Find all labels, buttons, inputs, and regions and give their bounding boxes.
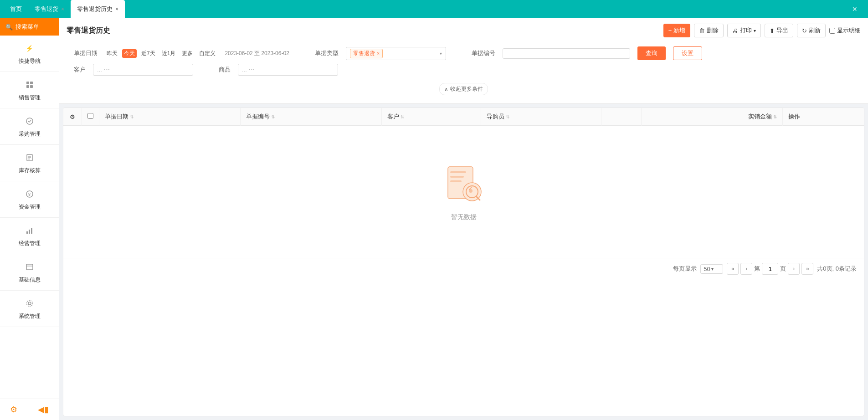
th-customer[interactable]: 客户 ⇅ [381, 108, 481, 126]
doc-number-input[interactable] [503, 48, 630, 59]
date-range: 2023-06-02 至 2023-06-02 [225, 50, 289, 57]
goods-label: 商品 [219, 66, 231, 74]
table-container: ⚙ 单据日期 ⇅ 单据编号 [63, 108, 864, 416]
date-opt-yesterday[interactable]: 昨天 [105, 49, 119, 58]
export-button[interactable]: ⬆ 导出 [765, 24, 793, 37]
date-options: 昨天 今天 近7天 近1月 更多 自定义 [105, 49, 217, 58]
sales-mgmt-icon [23, 78, 36, 91]
per-page-label: 每页显示 [673, 265, 697, 273]
th-actual-amount[interactable]: 实销金额 ⇅ [642, 108, 783, 126]
filter-area: 单据日期 昨天 今天 近7天 近1月 更多 自定义 2023-06-02 至 2… [67, 42, 861, 103]
goods-ellipsis[interactable]: ··· [249, 66, 255, 74]
collapse-icon: ∧ [444, 86, 448, 92]
goods-input-container[interactable]: ... ··· [238, 64, 338, 76]
sidebar-item-operations-mgmt[interactable]: 经营管理 [0, 218, 59, 254]
page-size-dropdown-icon: ▾ [711, 266, 714, 271]
page-number-input[interactable] [762, 263, 778, 275]
th-guide[interactable]: 导购员 ⇅ [481, 108, 601, 126]
tab-retail-return-history-close[interactable]: × [115, 6, 118, 12]
doc-type-dropdown-icon: ▾ [440, 51, 442, 56]
table-header: ⚙ 单据日期 ⇅ 单据编号 [63, 108, 864, 126]
last-page-button[interactable]: » [801, 263, 813, 275]
next-page-button[interactable]: › [788, 263, 800, 275]
sidebar-sound-icon[interactable]: ◀▮ [38, 405, 49, 415]
export-icon: ⬆ [770, 27, 775, 34]
svg-rect-21 [450, 180, 462, 182]
query-button[interactable]: 查询 [637, 46, 666, 60]
sidebar-search[interactable]: 🔍 搜索菜单 [0, 18, 59, 36]
doc-type-tag-remove[interactable]: × [377, 51, 380, 56]
sidebar-item-inventory-calc[interactable]: 库存核算 [0, 145, 59, 181]
sidebar-item-system-mgmt[interactable]: 系统管理 [0, 291, 59, 327]
date-opt-today[interactable]: 今天 [122, 49, 137, 58]
print-button[interactable]: 🖨 打印 ▾ [727, 24, 761, 37]
date-label: 单据日期 [74, 49, 98, 57]
svg-rect-14 [26, 264, 33, 270]
sort-doc-date-icon: ⇅ [130, 114, 134, 119]
svg-rect-13 [31, 228, 32, 234]
prev-page-button[interactable]: ‹ [740, 263, 752, 275]
svg-rect-11 [26, 231, 28, 234]
date-opt-7days[interactable]: 近7天 [139, 49, 157, 58]
quick-nav-icon: ⚡ [23, 42, 36, 55]
refresh-icon: ↻ [802, 27, 807, 34]
doc-number-label: 单据编号 [472, 49, 495, 57]
tab-retail-return-close[interactable]: × [61, 6, 64, 12]
sidebar-bottom: ⚙ ◀▮ [0, 399, 59, 420]
sidebar-item-sales-mgmt[interactable]: 销售管理 [0, 72, 59, 108]
top-bar-right: × [848, 5, 868, 14]
basic-info-icon [23, 261, 36, 273]
empty-state: 暂无数据 [63, 126, 864, 258]
th-checkbox[interactable] [82, 108, 99, 126]
svg-point-17 [26, 301, 32, 307]
inventory-calc-icon [23, 151, 36, 164]
delete-button[interactable]: 🗑 删除 [694, 24, 724, 37]
tab-retail-return[interactable]: 零售退货 × [28, 0, 71, 18]
th-doc-date[interactable]: 单据日期 ⇅ [99, 108, 240, 126]
purchase-mgmt-icon [23, 115, 36, 128]
sort-actual-amount-icon: ⇅ [773, 114, 777, 119]
sidebar-item-purchase-mgmt[interactable]: 采购管理 [0, 108, 59, 145]
operations-mgmt-icon [23, 224, 36, 237]
page-header: 零售退货历史 + 新增 🗑 删除 🖨 打印 ▾ ⬆ 导出 [59, 18, 868, 104]
tab-home[interactable]: 首页 [4, 5, 28, 13]
svg-rect-0 [26, 82, 29, 84]
toolbar-right: + 新增 🗑 删除 🖨 打印 ▾ ⬆ 导出 ↻ [663, 24, 861, 37]
show-details-input[interactable] [829, 28, 835, 34]
customer-input-container[interactable]: ... ··· [93, 64, 193, 76]
date-opt-custom[interactable]: 自定义 [197, 49, 217, 58]
window-close-button[interactable]: × [848, 5, 861, 14]
sidebar-item-quick-nav[interactable]: ⚡ 快捷导航 [0, 36, 59, 72]
doc-type-label: 单据类型 [315, 49, 339, 57]
sidebar-item-basic-info[interactable]: 基础信息 [0, 254, 59, 291]
filter-row-1: 单据日期 昨天 今天 近7天 近1月 更多 自定义 2023-06-02 至 2… [74, 46, 853, 60]
sidebar-item-finance-mgmt[interactable]: ¥ 资金管理 [0, 181, 59, 218]
th-settings[interactable]: ⚙ [63, 108, 82, 126]
date-opt-1month[interactable]: 近1月 [160, 49, 178, 58]
print-dropdown-icon: ▾ [754, 28, 756, 33]
customer-ellipsis[interactable]: ··· [104, 66, 110, 74]
customer-input-placeholder: ... [97, 67, 102, 73]
top-bar: 首页 零售退货 × 零售退货历史 × × [0, 0, 868, 18]
set-button[interactable]: 设置 [673, 46, 702, 60]
first-page-button[interactable]: « [727, 263, 739, 275]
show-details-checkbox[interactable]: 显示明细 [829, 26, 861, 35]
select-all-checkbox[interactable] [87, 113, 93, 119]
sidebar-settings-icon[interactable]: ⚙ [10, 405, 17, 415]
print-icon: 🖨 [732, 27, 738, 34]
new-button[interactable]: + 新增 [663, 24, 690, 37]
sidebar: 🔍 搜索菜单 ⚡ 快捷导航 销售管理 采购管理 库存核算 [0, 18, 59, 420]
svg-text:¥: ¥ [28, 192, 31, 197]
svg-rect-20 [450, 176, 464, 178]
th-doc-number[interactable]: 单据编号 ⇅ [240, 108, 381, 126]
collapse-button[interactable]: ∧ 收起更多条件 [439, 83, 488, 95]
svg-rect-2 [26, 85, 29, 88]
page-size-select[interactable]: 50 ▾ [700, 264, 723, 274]
doc-type-select[interactable]: 零售退货 × ▾ [346, 47, 446, 60]
refresh-button[interactable]: ↻ 刷新 [797, 24, 826, 37]
data-table: ⚙ 单据日期 ⇅ 单据编号 [63, 108, 864, 258]
svg-rect-12 [29, 230, 30, 234]
page-title: 零售退货历史 [67, 26, 110, 36]
date-opt-more[interactable]: 更多 [180, 49, 195, 58]
tab-retail-return-history[interactable]: 零售退货历史 × [71, 0, 125, 18]
